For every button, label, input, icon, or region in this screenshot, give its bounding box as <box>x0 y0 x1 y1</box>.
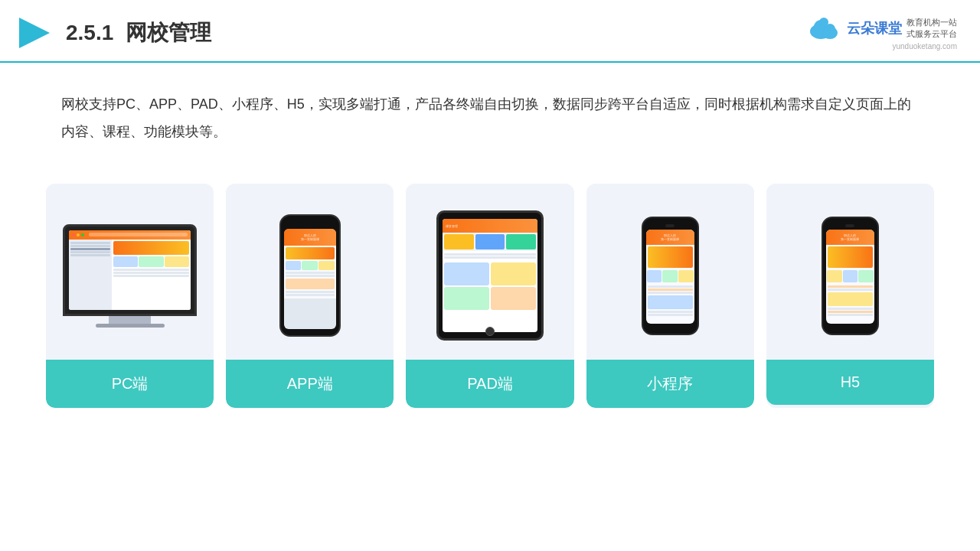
card-miniprogram: 职达人的第一堂刷题课 <box>586 184 754 408</box>
card-app: 职达人的第一堂刷题课 <box>226 184 394 408</box>
card-pc-image <box>46 184 214 360</box>
mini-icon-2 <box>662 270 678 282</box>
phone-notch <box>299 222 321 227</box>
mini-phone-camera <box>665 224 675 227</box>
card-app-image: 职达人的第一堂刷题课 <box>226 184 394 360</box>
mini-phone-screen-miniprogram: 职达人的第一堂刷题课 <box>646 230 694 324</box>
card-pc: PC端 <box>46 184 214 408</box>
mini-header-text: 职达人的第一堂刷题课 <box>661 233 679 241</box>
phone-screen: 职达人的第一堂刷题课 <box>284 229 336 329</box>
card-h5-image: 职达人的第一堂刷题课 <box>766 184 934 360</box>
description-text: 网校支持PC、APP、PAD、小程序、H5，实现多端打通，产品各终端自由切换，数… <box>61 90 919 145</box>
mini-icon-h5-1 <box>827 270 842 282</box>
mini-header-text-h5: 职达人的第一堂刷题课 <box>841 233 859 241</box>
page-title-cn: 网校管理 <box>126 18 211 47</box>
mini-phone-camera-h5 <box>845 224 854 227</box>
svg-point-4 <box>822 27 838 39</box>
tablet-screen: 课堂管理 <box>443 219 537 332</box>
card-app-label: APP端 <box>226 360 394 408</box>
mini-banner-h5 <box>828 246 873 268</box>
card-pad-image: 课堂管理 <box>406 184 573 360</box>
svg-point-5 <box>819 18 828 27</box>
mini-icon-h5-3 <box>858 270 874 282</box>
logo-tagline: 教育机构一站 式服务云平台 <box>906 17 957 40</box>
mini-header: 职达人的第一堂刷题课 <box>646 230 694 245</box>
brand-logo-icon <box>15 14 54 52</box>
svg-marker-0 <box>19 18 50 48</box>
phone-mockup-app: 职达人的第一堂刷题课 <box>279 214 341 337</box>
mini-row-h5-3 <box>828 308 873 310</box>
description: 网校支持PC、APP、PAD、小程序、H5，实现多端打通，产品各终端自由切换，数… <box>0 63 980 161</box>
mini-body-h5 <box>826 283 874 318</box>
mini-row-2 <box>648 289 693 291</box>
mini-row-3 <box>648 292 693 294</box>
mini-row-h5-1 <box>828 285 873 288</box>
mini-row-h5-5 <box>828 314 873 316</box>
mini-icon-3 <box>678 270 694 282</box>
mini-row-5 <box>648 314 693 316</box>
logo-right: 云朵课堂 教育机构一站 式服务云平台 yunduoketang.com <box>805 16 957 51</box>
card-miniprogram-label: 小程序 <box>586 360 754 408</box>
logo-url: yunduoketang.com <box>892 42 957 51</box>
card-h5-label: H5 <box>766 360 934 405</box>
cloud-icon <box>805 16 842 41</box>
card-pad: 课堂管理 <box>406 184 573 408</box>
mini-row-1 <box>648 285 693 288</box>
mini-phone-miniprogram: 职达人的第一堂刷题课 <box>642 217 699 335</box>
logo-name: 云朵课堂 <box>847 19 902 37</box>
card-pc-label: PC端 <box>46 360 214 408</box>
page-title: 2.5.1 <box>66 21 113 45</box>
card-h5: 职达人的第一堂刷题课 <box>766 184 934 408</box>
header-left: 2.5.1 网校管理 <box>15 14 211 52</box>
mini-phone-screen-h5: 职达人的第一堂刷题课 <box>826 230 874 324</box>
mini-icon-h5-2 <box>843 270 858 282</box>
mini-header-h5: 职达人的第一堂刷题课 <box>826 230 874 245</box>
header: 2.5.1 网校管理 云朵课堂 教育机构一站 式服务云平台 yunduoketa… <box>0 0 980 63</box>
cards-container: PC端 职达人的第一堂刷题课 <box>0 161 980 431</box>
card-miniprogram-image: 职达人的第一堂刷题课 <box>586 184 754 360</box>
mini-body <box>646 283 694 318</box>
mini-icon-grid <box>646 269 694 283</box>
mini-row-h5-4 <box>828 311 873 313</box>
mini-row-h5-2 <box>828 289 873 291</box>
mini-icon-grid-h5 <box>826 269 874 283</box>
mini-phone-h5: 职达人的第一堂刷题课 <box>822 217 879 335</box>
tablet-mockup: 课堂管理 <box>436 210 544 341</box>
card-pad-label: PAD端 <box>406 360 573 408</box>
mini-icon-1 <box>647 270 662 282</box>
mini-row-4 <box>648 311 693 313</box>
mini-banner <box>648 246 693 268</box>
